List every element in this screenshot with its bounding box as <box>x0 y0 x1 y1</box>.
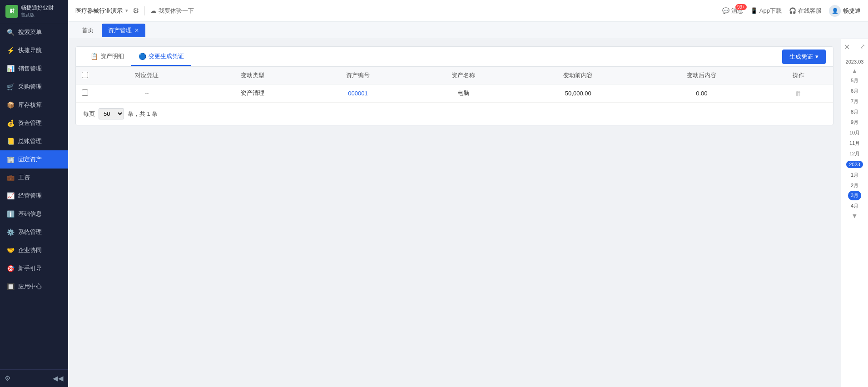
table-header: 对应凭证 变动类型 资产编号 资产名称 变动前内容 变动后内容 操作 <box>76 67 833 84</box>
settings-icon[interactable]: ⚙ <box>5 374 10 382</box>
customer-service-btn[interactable]: 🎧 在线客服 <box>789 7 822 15</box>
asset-detail-icon: 📋 <box>90 53 98 60</box>
row-after-change: 0.00 <box>640 84 764 102</box>
sidebar-nav: 🔍搜索菜单⚡快捷导航📊销售管理🛒采购管理📦库存核算💰资金管理📒总账管理🏢固定资产… <box>0 23 68 369</box>
sidebar-item-label: 采购管理 <box>18 83 42 91</box>
tab-home[interactable]: 首页 <box>75 24 100 37</box>
total-count: 条，共 1 条 <box>128 110 158 118</box>
app-download-btn[interactable]: 📱 App下载 <box>750 7 782 15</box>
table-body: -- 资产清理 000001 电脑 50,000.00 0.00 🗑 <box>76 84 833 102</box>
search-icon: 🔍 <box>6 28 15 36</box>
guide-icon: 🎯 <box>6 264 15 273</box>
month-item[interactable]: 2月 <box>848 180 861 191</box>
sidebar-item-fixed-assets[interactable]: 🏢固定资产 <box>0 150 68 169</box>
asset-change-table: 对应凭证 变动类型 资产编号 资产名称 变动前内容 变动后内容 操作 <box>76 67 833 102</box>
sub-tab-change-voucher[interactable]: 🔵 变更生成凭证 <box>131 48 191 66</box>
sidebar-item-quick-nav[interactable]: ⚡快捷导航 <box>0 41 68 60</box>
sidebar-item-purchase[interactable]: 🛒采购管理 <box>0 78 68 96</box>
month-item[interactable]: 11月 <box>849 138 860 149</box>
experience-label: 我要体验一下 <box>159 7 194 15</box>
app-edition: 普及版 <box>21 12 54 18</box>
sidebar-item-label: 基础信息 <box>18 210 42 218</box>
panel-expand-icon[interactable]: ⤢ <box>860 43 865 50</box>
row-checkbox[interactable] <box>82 89 88 96</box>
table-container: 对应凭证 变动类型 资产编号 资产名称 变动前内容 变动后内容 操作 <box>76 67 833 102</box>
sidebar-item-label: 快捷导航 <box>18 46 42 55</box>
sidebar: 财 畅捷通好业财 普及版 🔍搜索菜单⚡快捷导航📊销售管理🛒采购管理📦库存核算💰资… <box>0 0 68 387</box>
finance-icon: 💰 <box>6 119 15 127</box>
sidebar-item-ledger[interactable]: 📒总账管理 <box>0 132 68 150</box>
month-item[interactable]: 5月 <box>849 75 860 86</box>
sidebar-item-app-center[interactable]: 🔲应用中心 <box>0 278 68 296</box>
company-selector[interactable]: 医疗器械行业演示 ▾ <box>75 7 128 15</box>
select-all-checkbox[interactable] <box>82 72 88 78</box>
company-chevron-icon: ▾ <box>125 8 128 14</box>
generate-voucher-btn[interactable]: 生成凭证 ▾ <box>782 50 826 64</box>
month-item[interactable]: 4月 <box>848 201 861 211</box>
user-menu[interactable]: 👤 畅捷通 <box>829 5 861 17</box>
delete-icon[interactable]: 🗑 <box>795 89 802 97</box>
row-before-change: 50,000.00 <box>516 84 640 102</box>
sidebar-footer: ⚙ ◀◀ <box>0 369 68 387</box>
purchase-icon: 🛒 <box>6 83 15 91</box>
th-before-change: 变动前内容 <box>516 67 640 84</box>
panel-year-label: 2023.03 <box>846 59 864 64</box>
generate-voucher-label: 生成凭证 <box>789 53 813 61</box>
month-item[interactable]: 7月 <box>849 96 860 107</box>
nav-items: 🔍搜索菜单⚡快捷导航📊销售管理🛒采购管理📦库存核算💰资金管理📒总账管理🏢固定资产… <box>0 23 68 296</box>
row-asset-code: 000001 <box>305 84 411 102</box>
month-item[interactable]: 10月 <box>849 128 860 138</box>
month-item[interactable]: 9月 <box>849 117 860 128</box>
experience-btn[interactable]: ☁ 我要体验一下 <box>150 7 194 15</box>
tab-close-icon[interactable]: ✕ <box>134 27 139 34</box>
sidebar-item-label: 应用中心 <box>18 283 42 291</box>
month-item[interactable]: 8月 <box>849 107 860 117</box>
company-gear-icon[interactable]: ⚙ <box>133 6 139 15</box>
sidebar-item-label: 总账管理 <box>18 137 42 145</box>
quick-nav-icon: ⚡ <box>6 46 15 55</box>
sidebar-item-inventory[interactable]: 📦库存核算 <box>0 96 68 114</box>
month-item[interactable]: 3月 <box>848 191 861 200</box>
sidebar-logo: 财 畅捷通好业财 普及版 <box>0 0 68 23</box>
row-checkbox-cell <box>76 84 94 102</box>
sidebar-item-sales[interactable]: 📊销售管理 <box>0 60 68 78</box>
ledger-icon: 📒 <box>6 137 15 145</box>
company-name: 医疗器械行业演示 <box>75 7 123 15</box>
row-asset-name: 电脑 <box>411 84 516 102</box>
month-item[interactable]: 6月 <box>849 86 860 96</box>
sidebar-item-basic-info[interactable]: ℹ️基础信息 <box>0 205 68 223</box>
sidebar-item-enterprise[interactable]: 🤝企业协同 <box>0 241 68 259</box>
page-size-select[interactable]: 10 20 50 100 <box>99 108 124 119</box>
months-current: 1月2月3月4月 <box>848 170 861 211</box>
row-voucher: -- <box>94 84 199 102</box>
panel-top-area: 2023.03 ▲ 5月6月7月8月9月10月11月12月 2023 1月2月3… <box>841 43 868 220</box>
months-before: 5月6月7月8月9月10月11月12月 <box>849 75 860 159</box>
sidebar-item-management[interactable]: 📈经营管理 <box>0 187 68 205</box>
month-item[interactable]: 12月 <box>849 149 860 159</box>
notifications-btn[interactable]: 💬 消息 99+ <box>722 7 743 15</box>
user-avatar: 👤 <box>829 5 841 17</box>
scroll-down-btn[interactable]: ▼ <box>852 211 858 220</box>
sidebar-item-label: 资金管理 <box>18 119 42 127</box>
management-icon: 📈 <box>6 192 15 200</box>
sidebar-item-finance[interactable]: 💰资金管理 <box>0 114 68 132</box>
experience-cloud-icon: ☁ <box>150 7 156 14</box>
month-item[interactable]: 1月 <box>848 170 861 180</box>
panel-close-icon[interactable]: ✕ <box>844 43 850 51</box>
inventory-icon: 📦 <box>6 101 15 109</box>
sidebar-item-payroll[interactable]: 💼工资 <box>0 169 68 187</box>
sidebar-item-system[interactable]: ⚙️系统管理 <box>0 223 68 241</box>
sub-tab-asset-detail[interactable]: 📋 资产明细 <box>83 48 131 66</box>
sidebar-item-guide[interactable]: 🎯新手引导 <box>0 259 68 278</box>
tab-asset-management[interactable]: 资产管理 ✕ <box>102 24 145 37</box>
scroll-up-btn[interactable]: ▲ <box>852 66 858 75</box>
year-badge[interactable]: 2023 <box>846 161 863 168</box>
sub-tab-asset-detail-label: 资产明细 <box>100 52 124 60</box>
collapse-icon[interactable]: ◀◀ <box>53 374 64 382</box>
notifications-icon: 💬 <box>722 7 729 14</box>
th-after-change: 变动后内容 <box>640 67 764 84</box>
sidebar-item-label: 企业协同 <box>18 246 42 254</box>
sidebar-item-search[interactable]: 🔍搜索菜单 <box>0 23 68 41</box>
customer-service-icon: 🎧 <box>789 7 796 14</box>
th-checkbox <box>76 67 94 84</box>
